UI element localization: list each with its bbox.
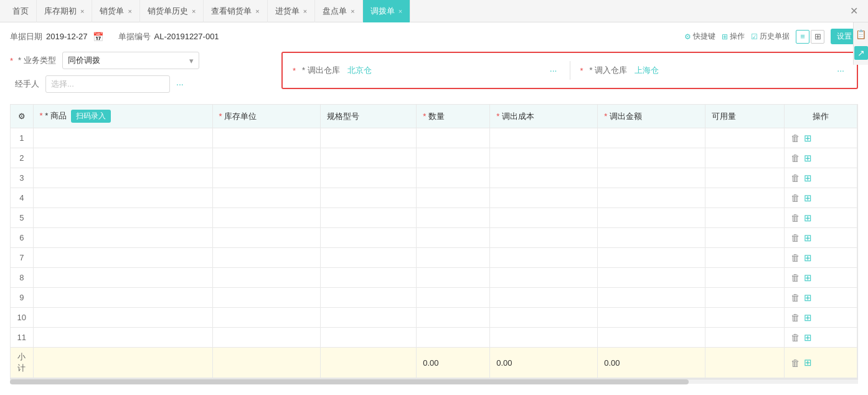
calendar-icon[interactable]: 📅 (93, 32, 103, 42)
tab-close-view-sales[interactable]: × (255, 7, 259, 15)
copy-icon[interactable]: ⊞ (804, 173, 812, 184)
scan-btn[interactable]: 扫码录入 (71, 110, 111, 123)
cell-qty[interactable] (417, 308, 490, 328)
cell-unit[interactable] (212, 328, 320, 348)
scrollbar-track[interactable] (10, 379, 858, 384)
cell-product[interactable] (33, 208, 212, 228)
cell-qty[interactable] (417, 328, 490, 348)
tab-close-inventory-check[interactable]: × (351, 7, 354, 15)
cell-unit[interactable] (212, 308, 320, 328)
cell-unit[interactable] (212, 168, 320, 188)
subtotal-delete-icon[interactable]: 🗑 (791, 358, 800, 368)
cell-spec[interactable] (320, 188, 417, 208)
copy-icon[interactable]: ⊞ (804, 272, 812, 283)
cell-product[interactable] (33, 268, 212, 288)
cell-product[interactable] (33, 128, 212, 148)
cell-amount[interactable] (598, 288, 705, 308)
cell-cost[interactable] (490, 288, 598, 308)
tab-close-purchase[interactable]: × (303, 7, 307, 15)
copy-icon[interactable]: ⊞ (804, 232, 812, 244)
person-placeholder[interactable]: 选择... (45, 75, 170, 93)
history-btn[interactable]: ☑ 历史单据 (751, 31, 790, 42)
cell-unit[interactable] (212, 288, 320, 308)
business-type-select[interactable]: 同价调拨 ▾ (62, 52, 199, 69)
tab-home[interactable]: 首页 (5, 0, 37, 22)
cell-product[interactable] (33, 228, 212, 248)
cell-qty[interactable] (417, 228, 490, 248)
cell-qty[interactable] (417, 248, 490, 268)
cell-qty[interactable] (417, 128, 490, 148)
delete-icon[interactable]: 🗑 (791, 332, 800, 343)
cell-cost[interactable] (490, 228, 598, 248)
cell-amount[interactable] (598, 148, 705, 168)
copy-icon[interactable]: ⊞ (804, 153, 812, 164)
cell-available[interactable] (705, 208, 785, 228)
cell-available[interactable] (705, 288, 785, 308)
cell-cost[interactable] (490, 148, 598, 168)
out-warehouse-value[interactable]: 北京仓 (347, 65, 372, 76)
copy-icon[interactable]: ⊞ (804, 193, 812, 204)
cell-unit[interactable] (212, 188, 320, 208)
cell-product[interactable] (33, 168, 212, 188)
cell-qty[interactable] (417, 208, 490, 228)
cell-spec[interactable] (320, 208, 417, 228)
delete-icon[interactable]: 🗑 (791, 312, 800, 323)
cell-amount[interactable] (598, 268, 705, 288)
cell-cost[interactable] (490, 168, 598, 188)
cell-available[interactable] (705, 188, 785, 208)
delete-icon[interactable]: 🗑 (791, 193, 800, 203)
cell-unit[interactable] (212, 208, 320, 228)
copy-icon[interactable]: ⊞ (804, 332, 812, 343)
copy-icon[interactable]: ⊞ (804, 212, 812, 224)
cell-available[interactable] (705, 128, 785, 148)
cell-cost[interactable] (490, 208, 598, 228)
shortcut-btn[interactable]: ⚙ 快捷键 (684, 31, 715, 42)
cell-available[interactable] (705, 148, 785, 168)
cell-product[interactable] (33, 148, 212, 168)
delete-icon[interactable]: 🗑 (791, 173, 800, 183)
cell-qty[interactable] (417, 148, 490, 168)
tab-close-inventory-init[interactable]: × (80, 7, 84, 15)
sidebar-expand-icon[interactable]: ↗ (854, 46, 868, 60)
cell-product[interactable] (33, 308, 212, 328)
cell-qty[interactable] (417, 188, 490, 208)
cell-spec[interactable] (320, 288, 417, 308)
cell-spec[interactable] (320, 308, 417, 328)
layout-list-btn[interactable]: ≡ (796, 30, 809, 44)
cell-unit[interactable] (212, 268, 320, 288)
layout-grid-btn[interactable]: ⊞ (811, 30, 824, 44)
cell-amount[interactable] (598, 308, 705, 328)
cell-available[interactable] (705, 328, 785, 348)
copy-icon[interactable]: ⊞ (804, 292, 812, 303)
sidebar-notes-icon[interactable]: 📋 (854, 27, 868, 41)
copy-icon[interactable]: ⊞ (804, 252, 812, 264)
delete-icon[interactable]: 🗑 (791, 292, 800, 303)
cell-cost[interactable] (490, 308, 598, 328)
cell-amount[interactable] (598, 248, 705, 268)
cell-available[interactable] (705, 168, 785, 188)
cell-spec[interactable] (320, 328, 417, 348)
tab-sales-order[interactable]: 销货单 × (92, 0, 139, 22)
cell-cost[interactable] (490, 128, 598, 148)
operate-btn[interactable]: ⊞ 操作 (722, 31, 745, 42)
cell-qty[interactable] (417, 268, 490, 288)
cell-spec[interactable] (320, 248, 417, 268)
cell-amount[interactable] (598, 188, 705, 208)
in-warehouse-value[interactable]: 上海仓 (634, 65, 659, 76)
cell-product[interactable] (33, 288, 212, 308)
cell-spec[interactable] (320, 228, 417, 248)
tab-close-sales-history[interactable]: × (192, 7, 196, 15)
cell-spec[interactable] (320, 268, 417, 288)
cell-unit[interactable] (212, 228, 320, 248)
th-settings[interactable]: ⚙ (11, 105, 33, 128)
cell-available[interactable] (705, 308, 785, 328)
cell-amount[interactable] (598, 328, 705, 348)
delete-icon[interactable]: 🗑 (791, 232, 800, 243)
cell-qty[interactable] (417, 288, 490, 308)
cell-spec[interactable] (320, 168, 417, 188)
cell-amount[interactable] (598, 168, 705, 188)
cell-cost[interactable] (490, 248, 598, 268)
tab-close-sales-order[interactable]: × (128, 7, 131, 15)
cell-spec[interactable] (320, 148, 417, 168)
subtotal-copy-icon[interactable]: ⊞ (804, 357, 812, 368)
